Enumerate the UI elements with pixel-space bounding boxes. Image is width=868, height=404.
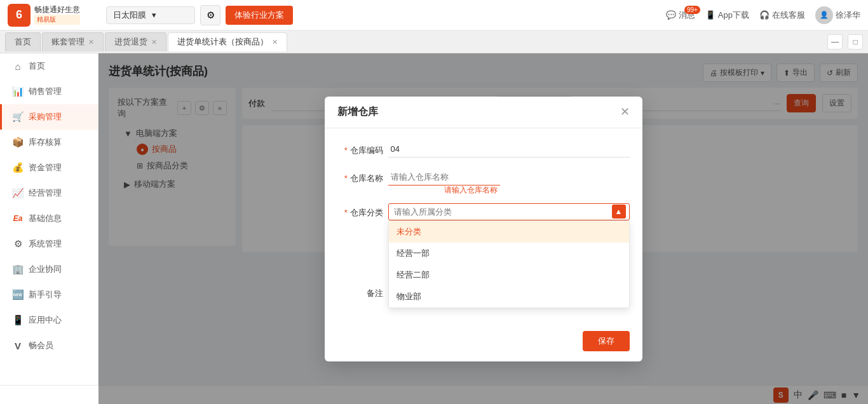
warehouse-type-label: 仓库分类 bbox=[337, 203, 388, 219]
tab-account-close-icon[interactable]: ✕ bbox=[88, 38, 94, 46]
gear-button[interactable]: ⚙ bbox=[200, 5, 220, 25]
warehouse-type-label-text: 仓库分类 bbox=[350, 208, 383, 217]
corp-icon: 🏢 bbox=[12, 264, 24, 275]
store-selector[interactable]: 日太阳膜 ▾ bbox=[106, 6, 195, 24]
form-row-name: 仓库名称 请输入仓库名称 bbox=[337, 169, 630, 185]
top-right: 💬 消息 99+ 📱 App下载 🎧 在线客服 👤 徐泽华 bbox=[666, 6, 860, 24]
tab-stats[interactable]: 进货单统计表（按商品） ✕ bbox=[168, 32, 287, 51]
warehouse-name-error: 请输入仓库名称 bbox=[444, 185, 498, 196]
tab-account-label: 账套管理 bbox=[51, 36, 85, 48]
logo-sub: 精易版 bbox=[34, 15, 80, 25]
purchase-icon: 🛒 bbox=[12, 111, 24, 123]
note-label: 备注 bbox=[337, 284, 388, 299]
tab-bar: 首页 账套管理 ✕ 进货退货 ✕ 进货单统计表（按商品） ✕ — □ bbox=[0, 30, 868, 53]
top-bar: 6 畅捷通好生意 精易版 日太阳膜 ▾ ⚙ 体验行业方案 💬 消息 99+ 📱 … bbox=[0, 0, 868, 30]
sidebar-item-base[interactable]: Ea 基础信息 bbox=[0, 206, 98, 231]
warehouse-code-input[interactable] bbox=[388, 141, 630, 158]
dropdown-item-ops1[interactable]: 经营一部 bbox=[389, 243, 629, 264]
warehouse-type-arrow-button[interactable]: ▲ bbox=[612, 205, 626, 219]
sidebar: ⌂ 首页 📊 销售管理 🛒 采购管理 📦 库存核算 💰 资金管理 📈 经营管理 … bbox=[0, 53, 98, 404]
app-download-item[interactable]: 📱 App下载 bbox=[705, 10, 749, 21]
warehouse-code-label: 仓库编码 bbox=[337, 141, 388, 156]
tab-minimize-button[interactable]: — bbox=[827, 34, 843, 50]
minimize-icon: — bbox=[831, 37, 839, 46]
form-row-code: 仓库编码 bbox=[337, 141, 630, 158]
modal-overlay: 新增仓库 ✕ 仓库编码 仓库名称 bbox=[98, 53, 868, 404]
sidebar-item-ops-label: 经营管理 bbox=[29, 187, 62, 199]
ops-icon: 📈 bbox=[12, 187, 24, 199]
gear-icon: ⚙ bbox=[207, 10, 215, 21]
sidebar-item-purchase[interactable]: 🛒 采购管理 bbox=[0, 104, 98, 130]
dropdown-item-unclassified[interactable]: 未分类 bbox=[389, 221, 629, 243]
sidebar-item-app[interactable]: 📱 应用中心 bbox=[0, 307, 98, 333]
sidebar-item-finance-label: 资金管理 bbox=[29, 162, 62, 173]
tab-returns-close-icon[interactable]: ✕ bbox=[151, 38, 157, 46]
sidebar-item-home[interactable]: ⌂ 首页 bbox=[0, 53, 98, 79]
tab-account[interactable]: 账套管理 ✕ bbox=[42, 32, 104, 51]
sidebar-item-sys-label: 系统管理 bbox=[29, 238, 62, 250]
content-area: 进货单统计(按商品) 🖨 按模板打印 ▾ ⬆ 导出 ↺ 刷新 按以下方案查询 bbox=[98, 53, 868, 404]
tab-returns-label: 进货退货 bbox=[114, 36, 147, 48]
user-item[interactable]: 👤 徐泽华 bbox=[815, 6, 860, 24]
sidebar-item-finance[interactable]: 💰 资金管理 bbox=[0, 155, 98, 180]
online-service-label: 在线客服 bbox=[772, 10, 805, 21]
tab-maximize-button[interactable]: □ bbox=[848, 34, 863, 50]
warehouse-code-label-text: 仓库编码 bbox=[350, 145, 383, 155]
sidebar-item-base-label: 基础信息 bbox=[29, 213, 62, 224]
phone-icon: 📱 bbox=[705, 10, 715, 20]
experience-button[interactable]: 体验行业方案 bbox=[226, 6, 293, 25]
avatar: 👤 bbox=[815, 6, 833, 24]
store-name: 日太阳膜 bbox=[113, 10, 149, 21]
modal-footer: 保存 bbox=[325, 325, 642, 361]
maximize-icon: □ bbox=[853, 37, 857, 46]
sidebar-item-corp-label: 企业协同 bbox=[29, 264, 62, 275]
logo-area: 6 畅捷通好生意 精易版 bbox=[8, 4, 106, 27]
sidebar-item-inventory[interactable]: 📦 库存核算 bbox=[0, 130, 98, 155]
sidebar-item-sales[interactable]: 📊 销售管理 bbox=[0, 79, 98, 104]
sidebar-item-member[interactable]: V 畅会员 bbox=[0, 333, 98, 358]
tab-bar-right: — □ bbox=[827, 34, 863, 50]
modal-close-button[interactable]: ✕ bbox=[620, 106, 630, 118]
tab-home[interactable]: 首页 bbox=[5, 32, 41, 51]
inventory-icon: 📦 bbox=[12, 137, 24, 148]
logo-icon: 6 bbox=[8, 4, 31, 27]
sidebar-item-app-label: 应用中心 bbox=[29, 314, 62, 326]
modal-body: 仓库编码 仓库名称 请输入仓库名称 bbox=[325, 128, 642, 325]
sidebar-item-sys[interactable]: ⚙ 系统管理 bbox=[0, 231, 98, 257]
sidebar-item-corp[interactable]: 🏢 企业协同 bbox=[0, 257, 98, 282]
main-layout: ⌂ 首页 📊 销售管理 🛒 采购管理 📦 库存核算 💰 资金管理 📈 经营管理 … bbox=[0, 53, 868, 404]
guide-icon: 🆕 bbox=[12, 289, 24, 300]
save-button[interactable]: 保存 bbox=[583, 331, 630, 351]
warehouse-name-input[interactable] bbox=[388, 169, 500, 185]
message-badge: 99+ bbox=[684, 6, 700, 14]
warehouse-type-input[interactable] bbox=[388, 203, 630, 220]
note-label-text: 备注 bbox=[367, 288, 383, 298]
warehouse-type-dropdown: 未分类 经营一部 经营二部 物业部 bbox=[388, 220, 630, 308]
sidebar-item-inventory-label: 库存核算 bbox=[29, 137, 62, 148]
tab-returns[interactable]: 进货退货 ✕ bbox=[105, 32, 166, 51]
sidebar-item-guide[interactable]: 🆕 新手引导 bbox=[0, 282, 98, 307]
base-icon: Ea bbox=[12, 214, 24, 223]
member-icon: V bbox=[12, 340, 24, 351]
tab-home-label: 首页 bbox=[15, 36, 31, 48]
dropdown-item-property[interactable]: 物业部 bbox=[389, 286, 629, 307]
warehouse-name-label-text: 仓库名称 bbox=[350, 173, 383, 183]
form-row-category: 仓库分类 ▲ 未分类 经营一部 经营二部 物业部 bbox=[337, 203, 630, 220]
app-download-label: App下载 bbox=[718, 10, 749, 21]
add-warehouse-modal: 新增仓库 ✕ 仓库编码 仓库名称 bbox=[325, 97, 642, 361]
username: 徐泽华 bbox=[836, 10, 860, 21]
message-icon: 💬 bbox=[666, 10, 676, 20]
modal-header: 新增仓库 ✕ bbox=[325, 97, 642, 128]
sidebar-item-ops[interactable]: 📈 经营管理 bbox=[0, 180, 98, 206]
sidebar-item-guide-label: 新手引导 bbox=[29, 289, 62, 300]
sidebar-item-sales-label: 销售管理 bbox=[29, 86, 62, 97]
sidebar-item-home-label: 首页 bbox=[29, 60, 45, 72]
logo-text: 畅捷通好生意 bbox=[34, 5, 80, 15]
online-service-item[interactable]: 🎧 在线客服 bbox=[759, 10, 805, 21]
headset-icon: 🎧 bbox=[759, 10, 770, 20]
tab-stats-close-icon[interactable]: ✕ bbox=[272, 38, 278, 46]
dropdown-item-ops2[interactable]: 经营二部 bbox=[389, 264, 629, 286]
message-item[interactable]: 💬 消息 99+ bbox=[666, 10, 695, 21]
app-icon: 📱 bbox=[12, 314, 24, 326]
sidebar-item-purchase-label: 采购管理 bbox=[29, 111, 62, 123]
